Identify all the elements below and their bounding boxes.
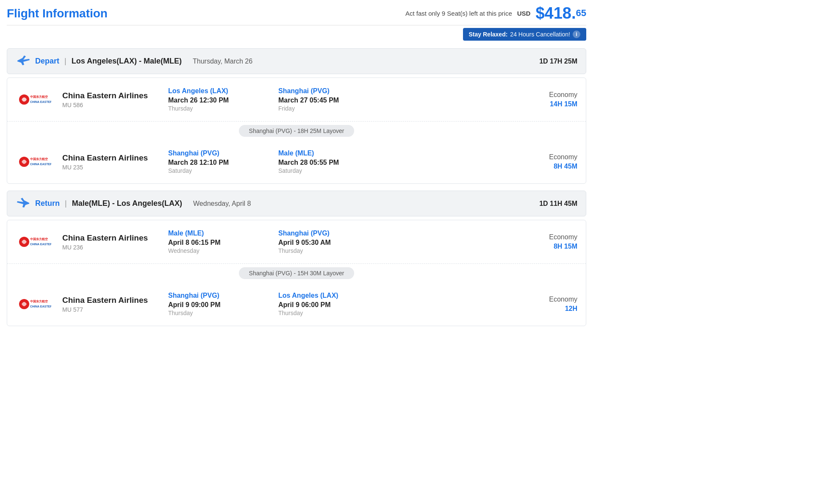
- airline-info-2: China Eastern Airlines MU 235: [62, 153, 155, 171]
- airports-2: Shanghai (PVG) March 28 12:10 PM Saturda…: [168, 150, 518, 174]
- depart-flight-1: 中国东方航空 CHINA EASTERN China Eastern Airli…: [7, 78, 586, 122]
- depart-section-header: Depart | Los Angeles(LAX) - Male(MLE) Th…: [7, 48, 586, 74]
- return-type: Return: [35, 199, 60, 208]
- return-header-left: Return | Male(MLE) - Los Angeles(LAX) We…: [16, 197, 251, 210]
- airline-logo-r1: 中国东方航空 CHINA EASTERN: [16, 234, 54, 250]
- from-airport-r2: Shanghai (PVG) April 9 09:00 PM Thursday: [168, 292, 253, 316]
- from-airport-2: Shanghai (PVG) March 28 12:10 PM Saturda…: [168, 150, 253, 174]
- flight-number-1: MU 586: [62, 102, 155, 108]
- to-airport-r1: Shanghai (PVG) April 9 05:30 AM Thursday: [278, 230, 363, 254]
- airline-logo-2: 中国东方航空 CHINA EASTERN: [16, 154, 54, 170]
- china-eastern-logo-r1: 中国东方航空 CHINA EASTERN: [18, 234, 52, 250]
- to-city-r1: Shanghai (PVG): [278, 230, 363, 237]
- to-city-1: Shanghai (PVG): [278, 87, 363, 95]
- from-day-2: Saturday: [168, 167, 253, 174]
- airline-info-r2: China Eastern Airlines MU 577: [62, 296, 155, 313]
- to-city-r2: Los Angeles (LAX): [278, 292, 363, 299]
- depart-flight-2: 中国东方航空 CHINA EASTERN China Eastern Airli…: [7, 140, 586, 183]
- return-layover: Shanghai (PVG) - 15H 30M Layover: [7, 264, 586, 282]
- airline-logo-r2: 中国东方航空 CHINA EASTERN: [16, 296, 54, 312]
- return-route: Male(MLE) - Los Angeles(LAX): [72, 199, 182, 208]
- flight-class-1: Economy 14H 15M: [518, 91, 577, 108]
- to-datetime-r1: April 9 05:30 AM: [278, 239, 363, 246]
- stay-relaxed-bold: Stay Relaxed:: [469, 31, 508, 38]
- return-separator: |: [65, 199, 67, 208]
- stay-relaxed-text: 24 Hours Cancellation!: [510, 31, 570, 38]
- to-airport-r2: Los Angeles (LAX) April 9 06:00 PM Thurs…: [278, 292, 363, 316]
- return-date: Wednesday, April 8: [193, 200, 251, 208]
- price-display: $418.65: [535, 4, 586, 22]
- from-day-r1: Wednesday: [168, 247, 253, 254]
- stay-relaxed-bar: Stay Relaxed: 24 Hours Cancellation! i: [7, 25, 586, 45]
- class-label-r1: Economy: [518, 233, 577, 241]
- flight-number-r2: MU 577: [62, 306, 155, 313]
- info-icon[interactable]: i: [573, 30, 580, 38]
- depart-layover-badge: Shanghai (PVG) - 18H 25M Layover: [239, 125, 355, 137]
- airline-name-r2: China Eastern Airlines: [62, 296, 155, 305]
- to-airport-1: Shanghai (PVG) March 27 05:45 PM Friday: [278, 87, 363, 112]
- depart-header-left: Depart | Los Angeles(LAX) - Male(MLE) Th…: [16, 55, 252, 68]
- return-flight-2: 中国东方航空 CHINA EASTERN China Eastern Airli…: [7, 282, 586, 326]
- svg-text:中国东方航空: 中国东方航空: [30, 157, 48, 161]
- class-duration-2: 8H 45M: [518, 163, 577, 170]
- to-day-1: Friday: [278, 105, 363, 112]
- to-datetime-2: March 28 05:55 PM: [278, 159, 363, 166]
- airline-name-1: China Eastern Airlines: [62, 91, 155, 100]
- return-layover-badge: Shanghai (PVG) - 15H 30M Layover: [239, 267, 355, 279]
- price-cents: 65: [576, 8, 586, 18]
- depart-plane-icon: [16, 55, 31, 68]
- depart-route: Los Angeles(LAX) - Male(MLE): [72, 57, 182, 66]
- from-datetime-2: March 28 12:10 PM: [168, 159, 253, 166]
- price-dollars: $418.: [535, 4, 576, 22]
- stay-relaxed-badge[interactable]: Stay Relaxed: 24 Hours Cancellation! i: [463, 28, 586, 41]
- class-label-r2: Economy: [518, 296, 577, 303]
- airports-r1: Male (MLE) April 8 06:15 PM Wednesday Sh…: [168, 230, 518, 254]
- seats-text: Act fast only 9 Seat(s) left at this pri…: [405, 10, 512, 17]
- from-day-1: Thursday: [168, 105, 253, 112]
- svg-text:CHINA EASTERN: CHINA EASTERN: [30, 243, 51, 246]
- class-duration-1: 14H 15M: [518, 100, 577, 108]
- airline-info-r1: China Eastern Airlines MU 236: [62, 233, 155, 251]
- flight-class-r2: Economy 12H: [518, 296, 577, 313]
- from-city-r1: Male (MLE): [168, 230, 253, 237]
- to-day-2: Saturday: [278, 167, 363, 174]
- class-duration-r1: 8H 15M: [518, 243, 577, 250]
- return-plane-icon: [16, 197, 31, 210]
- page-title: Flight Information: [7, 7, 108, 20]
- svg-text:中国东方航空: 中国东方航空: [30, 237, 48, 241]
- china-eastern-logo-2: 中国东方航空 CHINA EASTERN: [18, 154, 52, 170]
- svg-text:中国东方航空: 中国东方航空: [30, 299, 48, 303]
- airline-logo-1: 中国东方航空 CHINA EASTERN: [16, 91, 54, 108]
- from-datetime-r2: April 9 09:00 PM: [168, 301, 253, 309]
- return-duration: 1D 11H 45M: [539, 200, 577, 208]
- airline-name-r1: China Eastern Airlines: [62, 233, 155, 243]
- to-day-r1: Thursday: [278, 247, 363, 254]
- price-section: Act fast only 9 Seat(s) left at this pri…: [405, 4, 586, 22]
- to-day-r2: Thursday: [278, 310, 363, 316]
- depart-layover: Shanghai (PVG) - 18H 25M Layover: [7, 122, 586, 140]
- airports-r2: Shanghai (PVG) April 9 09:00 PM Thursday…: [168, 292, 518, 316]
- china-eastern-logo-r2: 中国东方航空 CHINA EASTERN: [18, 296, 52, 312]
- to-datetime-r2: April 9 06:00 PM: [278, 301, 363, 309]
- from-day-r2: Thursday: [168, 310, 253, 316]
- to-datetime-1: March 27 05:45 PM: [278, 97, 363, 104]
- flight-class-r1: Economy 8H 15M: [518, 233, 577, 250]
- return-section-header: Return | Male(MLE) - Los Angeles(LAX) We…: [7, 191, 586, 216]
- return-flight-1: 中国东方航空 CHINA EASTERN China Eastern Airli…: [7, 220, 586, 264]
- from-airport-1: Los Angeles (LAX) March 26 12:30 PM Thur…: [168, 87, 253, 112]
- to-airport-2: Male (MLE) March 28 05:55 PM Saturday: [278, 150, 363, 174]
- airline-name-2: China Eastern Airlines: [62, 153, 155, 163]
- from-city-1: Los Angeles (LAX): [168, 87, 253, 95]
- svg-text:CHINA EASTERN: CHINA EASTERN: [30, 305, 51, 308]
- page-header: Flight Information Act fast only 9 Seat(…: [7, 0, 586, 25]
- class-duration-r2: 12H: [518, 305, 577, 313]
- from-datetime-1: March 26 12:30 PM: [168, 97, 253, 104]
- from-airport-r1: Male (MLE) April 8 06:15 PM Wednesday: [168, 230, 253, 254]
- currency-label: USD: [517, 10, 531, 17]
- china-eastern-logo-1: 中国东方航空 CHINA EASTERN: [18, 91, 52, 108]
- return-flights-container: 中国东方航空 CHINA EASTERN China Eastern Airli…: [7, 220, 586, 326]
- depart-separator: |: [64, 57, 67, 66]
- depart-type: Depart: [35, 57, 59, 66]
- depart-duration: 1D 17H 25M: [539, 58, 577, 65]
- flight-class-2: Economy 8H 45M: [518, 153, 577, 170]
